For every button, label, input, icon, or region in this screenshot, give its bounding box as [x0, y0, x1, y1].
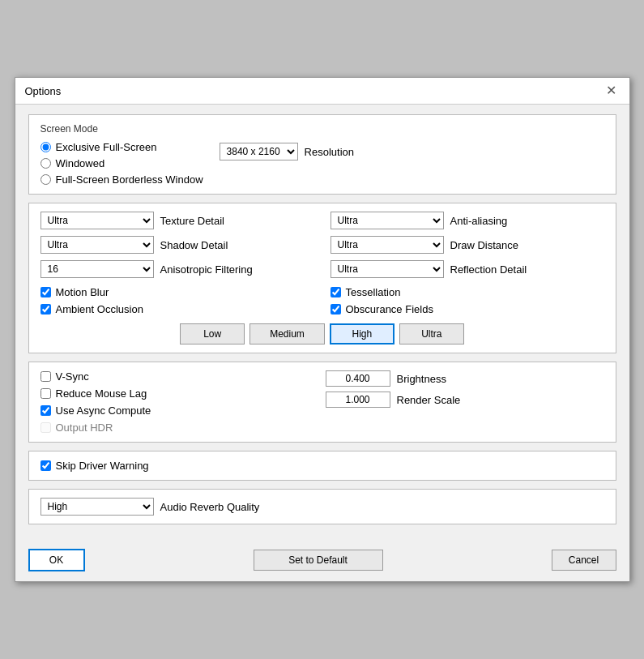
- dialog-title: Options: [25, 85, 62, 97]
- resolution-select[interactable]: 1920 x 1080 2560 x 1440 3840 x 2160: [220, 143, 298, 160]
- async-compute-row[interactable]: Use Async Compute: [41, 404, 319, 417]
- brightness-label: Brightness: [397, 373, 446, 385]
- anisotropic-select[interactable]: 24816: [41, 260, 154, 278]
- resolution-label: Resolution: [305, 146, 354, 158]
- draw-distance-label: Draw Distance: [450, 239, 519, 251]
- output-hdr-label: Output HDR: [56, 422, 113, 434]
- ambient-occlusion-check[interactable]: [41, 304, 51, 315]
- antialiasing-row: LowMediumHighUltra Anti-aliasing: [331, 212, 604, 229]
- preset-medium-button[interactable]: Medium: [249, 323, 325, 344]
- reduce-mouse-lag-row[interactable]: Reduce Mouse Lag: [41, 387, 319, 400]
- antialiasing-select[interactable]: LowMediumHighUltra: [331, 212, 444, 229]
- reduce-mouse-lag-check[interactable]: [41, 388, 51, 399]
- exclusive-radio[interactable]: [41, 142, 51, 152]
- antialiasing-label: Anti-aliasing: [450, 215, 508, 227]
- options-dialog: Options ✕ Screen Mode Exclusive Full-Scr…: [15, 77, 630, 582]
- output-hdr-row[interactable]: Output HDR: [41, 422, 319, 434]
- preset-ultra-button[interactable]: Ultra: [399, 323, 464, 344]
- audio-row: LowMediumHighUltra Audio Reverb Quality: [41, 498, 604, 516]
- anisotropic-label: Anisotropic Filtering: [160, 263, 253, 276]
- render-scale-input[interactable]: 1.000: [326, 392, 390, 408]
- preset-buttons-group: Low Medium High Ultra: [41, 323, 604, 344]
- skip-driver-label: Skip Driver Warning: [56, 460, 149, 472]
- skip-driver-check[interactable]: [41, 460, 51, 471]
- motion-blur-check[interactable]: [41, 287, 51, 297]
- draw-distance-select[interactable]: LowMediumHighUltra: [331, 236, 444, 254]
- ambient-occlusion-row[interactable]: Ambient Occlusion: [41, 303, 314, 315]
- screen-mode-label: Screen Mode: [41, 123, 604, 135]
- shadow-detail-select[interactable]: LowMediumHighUltra: [41, 236, 154, 254]
- audio-reverb-select[interactable]: LowMediumHighUltra: [41, 498, 154, 516]
- brightness-input[interactable]: 0.400: [326, 370, 390, 387]
- tessellation-row[interactable]: Tessellation: [331, 286, 604, 298]
- texture-detail-select[interactable]: LowMediumHighUltra: [41, 212, 154, 229]
- async-compute-check[interactable]: [41, 405, 51, 416]
- brightness-row: 0.400 Brightness: [326, 370, 604, 387]
- reflection-label: Reflection Detail: [450, 263, 527, 276]
- borderless-label: Full-Screen Borderless Window: [56, 173, 203, 186]
- ok-button[interactable]: OK: [28, 549, 85, 571]
- reflection-row: LowMediumHighUltra Reflection Detail: [331, 260, 604, 278]
- checkbox-grid: Motion Blur Tessellation Ambient Occlusi…: [41, 286, 604, 315]
- tessellation-label: Tessellation: [346, 286, 401, 298]
- ambient-occlusion-label: Ambient Occlusion: [56, 303, 143, 315]
- shadow-detail-row: LowMediumHighUltra Shadow Detail: [41, 236, 314, 254]
- windowed-label: Windowed: [56, 157, 105, 169]
- obscurance-label: Obscurance Fields: [346, 303, 433, 315]
- advanced-section: V-Sync Reduce Mouse Lag Use Async Comput…: [28, 362, 616, 443]
- borderless-option[interactable]: Full-Screen Borderless Window: [41, 173, 203, 186]
- output-hdr-check[interactable]: [41, 422, 51, 433]
- screen-mode-section: Screen Mode Exclusive Full-Screen Window…: [28, 114, 616, 195]
- resolution-row: 1920 x 1080 2560 x 1440 3840 x 2160 Reso…: [220, 143, 354, 160]
- close-button[interactable]: ✕: [603, 84, 620, 97]
- preset-high-button[interactable]: High: [330, 323, 395, 344]
- vsync-label: V-Sync: [56, 370, 89, 383]
- skip-driver-section: Skip Driver Warning: [28, 451, 616, 481]
- set-to-default-button[interactable]: Set to Default: [254, 550, 383, 571]
- async-compute-label: Use Async Compute: [56, 404, 151, 417]
- cancel-button[interactable]: Cancel: [552, 550, 616, 571]
- texture-detail-label: Texture Detail: [160, 215, 224, 227]
- tessellation-check[interactable]: [331, 287, 341, 297]
- vsync-check[interactable]: [41, 371, 51, 382]
- obscurance-check[interactable]: [331, 304, 341, 315]
- screen-mode-radio-group: Exclusive Full-Screen Windowed Full-Scre…: [41, 141, 203, 186]
- reduce-mouse-lag-label: Reduce Mouse Lag: [56, 387, 147, 400]
- windowed-radio[interactable]: [41, 158, 51, 169]
- texture-detail-row: LowMediumHighUltra Texture Detail: [41, 212, 314, 229]
- borderless-radio[interactable]: [41, 174, 51, 185]
- graphics-grid: LowMediumHighUltra Texture Detail LowMed…: [41, 212, 604, 278]
- exclusive-label: Exclusive Full-Screen: [56, 141, 157, 153]
- title-bar: Options ✕: [15, 78, 629, 105]
- reflection-select[interactable]: LowMediumHighUltra: [331, 260, 444, 278]
- preset-low-button[interactable]: Low: [180, 323, 245, 344]
- audio-section: LowMediumHighUltra Audio Reverb Quality: [28, 489, 616, 524]
- audio-reverb-label: Audio Reverb Quality: [160, 501, 260, 513]
- render-scale-row: 1.000 Render Scale: [326, 392, 604, 408]
- motion-blur-label: Motion Blur: [56, 286, 109, 298]
- motion-blur-row[interactable]: Motion Blur: [41, 286, 314, 298]
- advanced-grid: V-Sync Reduce Mouse Lag Use Async Comput…: [41, 370, 604, 434]
- anisotropic-row: 24816 Anisotropic Filtering: [41, 260, 314, 278]
- bottom-buttons: OK Set to Default Cancel: [15, 542, 629, 581]
- dialog-content: Screen Mode Exclusive Full-Screen Window…: [15, 105, 629, 542]
- graphics-section: LowMediumHighUltra Texture Detail LowMed…: [28, 203, 616, 353]
- advanced-right: 0.400 Brightness 1.000 Render Scale: [326, 370, 604, 434]
- obscurance-row[interactable]: Obscurance Fields: [331, 303, 604, 315]
- exclusive-fullscreen-option[interactable]: Exclusive Full-Screen: [41, 141, 203, 153]
- shadow-detail-label: Shadow Detail: [160, 239, 228, 251]
- render-scale-label: Render Scale: [397, 394, 461, 406]
- advanced-left: V-Sync Reduce Mouse Lag Use Async Comput…: [41, 370, 319, 434]
- windowed-option[interactable]: Windowed: [41, 157, 203, 169]
- vsync-row[interactable]: V-Sync: [41, 370, 319, 383]
- skip-driver-row[interactable]: Skip Driver Warning: [41, 460, 604, 472]
- draw-distance-row: LowMediumHighUltra Draw Distance: [331, 236, 604, 254]
